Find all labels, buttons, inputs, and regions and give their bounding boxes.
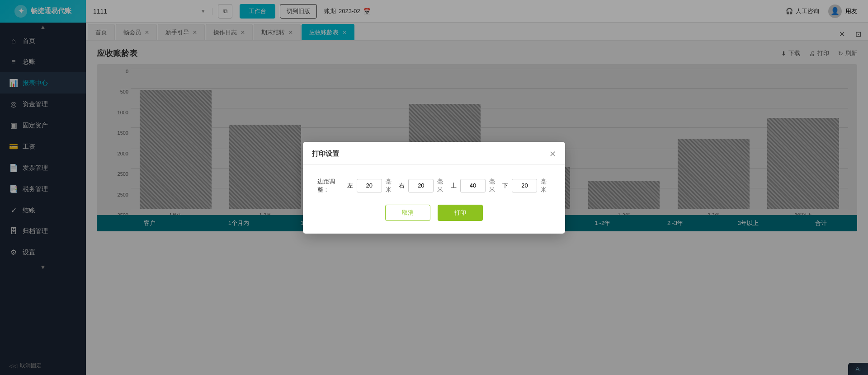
margin-label: 边距调整：: [317, 178, 342, 194]
print-settings-dialog: 打印设置 ✕ 边距调整： 左 毫米 右 毫米 上 毫米 下 毫米 取消: [303, 142, 565, 234]
right-label: 右: [399, 182, 405, 190]
right-margin-input[interactable]: [408, 179, 434, 192]
cancel-button[interactable]: 取消: [385, 205, 430, 221]
top-margin-input[interactable]: [460, 179, 486, 192]
print-confirm-button[interactable]: 打印: [438, 205, 483, 221]
left-unit: 毫米: [386, 178, 396, 194]
margin-row: 边距调整： 左 毫米 右 毫米 上 毫米 下 毫米: [317, 178, 551, 194]
right-unit: 毫米: [437, 178, 447, 194]
top-unit: 毫米: [489, 178, 499, 194]
left-label: 左: [347, 182, 353, 190]
dialog-footer: 取消 打印: [303, 205, 565, 234]
dialog-header: 打印设置 ✕: [303, 142, 565, 165]
dialog-close-button[interactable]: ✕: [549, 149, 556, 159]
top-label: 上: [451, 182, 457, 190]
bottom-label: 下: [502, 182, 508, 190]
dialog-body: 边距调整： 左 毫米 右 毫米 上 毫米 下 毫米: [303, 165, 565, 205]
bottom-margin-input[interactable]: [512, 179, 537, 192]
bottom-unit: 毫米: [541, 178, 551, 194]
left-margin-input[interactable]: [357, 179, 382, 192]
modal-overlay[interactable]: 打印设置 ✕ 边距调整： 左 毫米 右 毫米 上 毫米 下 毫米 取消: [0, 0, 868, 375]
dialog-title: 打印设置: [312, 150, 339, 158]
